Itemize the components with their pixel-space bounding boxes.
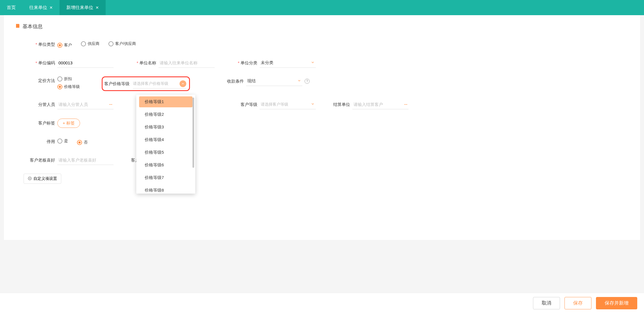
settle-unit-input[interactable] bbox=[352, 100, 409, 109]
label-unit-category: 单位分类 bbox=[226, 60, 260, 66]
radio-circle-icon bbox=[57, 43, 62, 48]
custom-settings-button[interactable]: 自定义项设置 bbox=[24, 174, 61, 184]
label-unit-name: 单位名称 bbox=[125, 60, 158, 66]
radio-circle-icon bbox=[77, 140, 82, 145]
note-icon bbox=[15, 23, 20, 30]
label-price-level: 客户价格等级 bbox=[104, 81, 133, 87]
label-receipt-terms: 收款条件 bbox=[212, 79, 246, 84]
label-customer-level: 客户等级 bbox=[226, 102, 260, 107]
chevron-down-icon bbox=[311, 102, 315, 107]
more-icon[interactable]: ··· bbox=[109, 102, 112, 107]
radio-disabled-no[interactable]: 否 bbox=[77, 140, 88, 145]
radio-circle-icon bbox=[57, 139, 62, 144]
unit-category-select[interactable]: 未分类 bbox=[260, 58, 316, 68]
label-unit-code: 单位编码 bbox=[24, 60, 57, 66]
gear-icon bbox=[28, 176, 32, 181]
section-title-text: 基本信息 bbox=[22, 23, 43, 30]
label-assignee: 分管人员 bbox=[24, 102, 57, 107]
radio-disabled-yes[interactable]: 是 bbox=[57, 139, 68, 144]
radio-pricing-level[interactable]: 价格等级 bbox=[57, 84, 80, 89]
label-tags: 客户标签 bbox=[24, 121, 57, 126]
radio-pricing-discount[interactable]: 折扣 bbox=[57, 76, 80, 81]
radio-circle-icon bbox=[57, 84, 62, 89]
price-level-option[interactable]: 价格等级3 bbox=[139, 122, 192, 133]
price-level-option[interactable]: 价格等级4 bbox=[139, 134, 192, 145]
more-icon[interactable]: ··· bbox=[404, 102, 407, 107]
price-level-dropdown: 价格等级1 价格等级2 价格等级3 价格等级4 价格等级5 价格等级6 价格等级… bbox=[136, 95, 195, 194]
section-title: 基本信息 bbox=[15, 23, 629, 30]
chevron-up-icon bbox=[180, 80, 186, 87]
price-level-option[interactable]: 价格等级8 bbox=[139, 185, 192, 192]
price-level-option[interactable]: 价格等级1 bbox=[139, 96, 192, 107]
radio-unit-type-supplier[interactable]: 供应商 bbox=[81, 41, 99, 46]
tab-vendor-list[interactable]: 往来单位 ✕ bbox=[22, 0, 60, 15]
tab-home-label: 首页 bbox=[7, 5, 16, 11]
assignee-input[interactable] bbox=[57, 100, 114, 109]
radio-circle-icon bbox=[81, 41, 86, 46]
add-tag-button[interactable]: + 标签 bbox=[57, 119, 80, 128]
label-settle-unit: 结算单位 bbox=[327, 102, 352, 107]
radio-circle-icon bbox=[108, 41, 114, 46]
close-icon[interactable]: ✕ bbox=[96, 5, 99, 10]
receipt-terms-select[interactable]: 现结 bbox=[246, 76, 302, 86]
tab-add-vendor-label: 新增往来单位 bbox=[66, 5, 93, 11]
chevron-down-icon bbox=[311, 60, 315, 65]
price-level-option[interactable]: 价格等级6 bbox=[139, 160, 192, 171]
tab-home[interactable]: 首页 bbox=[0, 0, 22, 15]
help-icon[interactable]: ? bbox=[305, 79, 310, 84]
form: 单位类型 客户 供应商 客户/供应商 bbox=[15, 39, 629, 184]
unit-name-input[interactable] bbox=[158, 58, 215, 68]
unit-code-input[interactable] bbox=[57, 58, 114, 68]
page-content: 基本信息 单位类型 客户 供应商 客户/供应商 bbox=[4, 15, 640, 240]
tab-vendor-list-label: 往来单位 bbox=[29, 5, 47, 11]
customer-level-select[interactable]: 请选择客户等级 bbox=[260, 100, 316, 109]
label-boss-pref: 客户老板喜好 bbox=[24, 158, 57, 163]
price-level-select[interactable]: 请选择客户价格等级 bbox=[133, 79, 186, 89]
label-pricing-method: 定价方法 bbox=[24, 76, 57, 83]
chevron-down-icon bbox=[297, 79, 301, 83]
label-disabled: 停用 bbox=[24, 139, 57, 144]
radio-unit-type-both[interactable]: 客户/供应商 bbox=[108, 41, 136, 46]
label-unit-type: 单位类型 bbox=[24, 42, 57, 47]
close-icon[interactable]: ✕ bbox=[49, 5, 53, 10]
price-level-option[interactable]: 价格等级2 bbox=[139, 109, 192, 120]
boss-pref-input[interactable] bbox=[57, 155, 114, 165]
tab-add-vendor[interactable]: 新增往来单位 ✕ bbox=[60, 0, 106, 15]
radio-unit-type-customer[interactable]: 客户 bbox=[57, 43, 72, 48]
price-level-option[interactable]: 价格等级7 bbox=[139, 172, 192, 183]
price-level-option[interactable]: 价格等级5 bbox=[139, 147, 192, 158]
tab-bar: 首页 往来单位 ✕ 新增往来单位 ✕ bbox=[0, 0, 644, 15]
price-level-highlight: 客户价格等级 请选择客户价格等级 价格等级1 价格等级2 价格等级3 价格等级4 bbox=[102, 76, 190, 91]
svg-point-0 bbox=[29, 178, 30, 179]
radio-circle-icon bbox=[57, 76, 62, 81]
